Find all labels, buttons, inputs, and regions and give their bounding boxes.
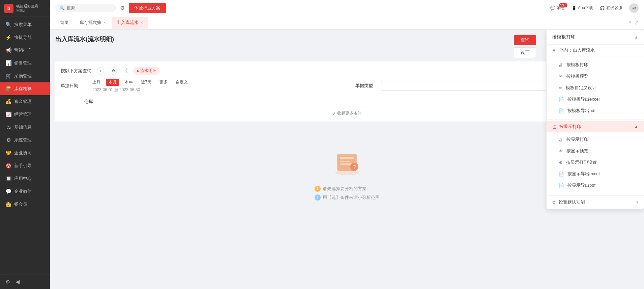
hint-text-1: 请先选择要分析的方案: [323, 184, 367, 193]
filter-collapse-icon[interactable]: 《: [122, 67, 128, 74]
sidebar-item-basic[interactable]: 🗂 基础信息: [0, 121, 50, 134]
user-avatar[interactable]: Rit: [629, 3, 639, 13]
topbar-search-box[interactable]: 🔍: [55, 4, 116, 12]
sidebar-item-label: 企业微信: [14, 188, 32, 194]
folder-icon: 🗂: [5, 125, 11, 130]
sidebar-item-wechat[interactable]: 💬 企业微信: [0, 185, 50, 198]
search-icon: 🔍: [59, 5, 65, 10]
template-section: 🖨 按模板打印 👁 按模板预览 ✏ 模板自定义设计 📄 按模板导出excel 📄: [547, 58, 644, 118]
sidebar-item-purchase[interactable]: 🛒 采购管理: [0, 70, 50, 82]
sidebar-item-label: 企业协同: [14, 150, 32, 156]
service-label: 在线客服: [606, 5, 622, 11]
display-export-pdf-label: 按显示导出pdf: [567, 182, 595, 188]
display-print-item[interactable]: 🖨 按显示打印: [547, 134, 644, 145]
cart-icon: 🛒: [5, 73, 11, 79]
sidebar-navigation: 🔍 搜索菜单 ⚡ 快捷导航 📢 营销推广 📊 销售管理 🛒 采购管理 📦 库存核…: [0, 17, 50, 274]
headset-icon: 🎧: [600, 6, 605, 10]
display-print-settings-item[interactable]: ⚙ 按显示打印设置: [547, 157, 644, 168]
sidebar-item-guide[interactable]: 🎯 新手引导: [0, 159, 50, 172]
tabs-bar: 首页 库存批次账 × 出入库流水 × × ⤢: [50, 16, 644, 30]
display-export-excel-item[interactable]: 📄 按显示导出excel: [547, 168, 644, 180]
pdf-display-icon: 📄: [559, 183, 564, 188]
tab-inventory-batch[interactable]: 库存批次账 ×: [75, 17, 111, 29]
trial-button[interactable]: 体验行业方案: [129, 3, 166, 13]
sidebar-item-marketing[interactable]: 📢 营销推广: [0, 44, 50, 57]
lightning-icon: ⚡: [5, 34, 11, 41]
date-btn-7days[interactable]: 近7天: [138, 79, 154, 86]
template-export-pdf-item[interactable]: 📄 按模板导出pdf: [547, 105, 644, 116]
topbar-gear-icon[interactable]: ⚙: [120, 5, 125, 11]
dropdown-footer[interactable]: ⚙ 设置默认功能 ▾: [547, 195, 644, 209]
tab-home[interactable]: 首页: [55, 17, 74, 29]
display-section-label: 按显示打印: [559, 124, 581, 130]
settings-button[interactable]: 设置: [514, 47, 536, 58]
sidebar-item-coop[interactable]: 🤝 企业协同: [0, 147, 50, 159]
tab-inventory-batch-label: 库存批次账: [80, 20, 101, 26]
dropdown-chevron-up[interactable]: ▲: [634, 35, 638, 40]
tab-inventory-batch-close[interactable]: ×: [104, 20, 106, 25]
date-range-display: 2023-06-01 至 2023-06-30: [92, 87, 342, 93]
edit-icon: ✏: [559, 85, 562, 90]
query-button[interactable]: 查询: [514, 35, 536, 45]
date-btn-custom[interactable]: 自定义: [173, 79, 191, 86]
sidebar-item-label: 库存核算: [14, 86, 32, 92]
template-select-icon: ▼: [552, 48, 556, 53]
sidebar-item-label: 新手引导: [14, 163, 32, 169]
search-input[interactable]: [67, 6, 107, 10]
sidebar-item-search[interactable]: 🔍 搜索菜单: [0, 18, 50, 31]
display-preview-label: 按显示预览: [566, 148, 588, 154]
settings-bottom-icon[interactable]: ⚙: [5, 279, 10, 285]
sidebar-item-inventory[interactable]: 📦 库存核算: [0, 82, 50, 95]
dropdown-footer-chevron[interactable]: ▾: [636, 200, 638, 205]
sidebar-item-quick-nav[interactable]: ⚡ 快捷导航: [0, 31, 50, 44]
current-template-item[interactable]: ▼ 当前：出入库流水: [547, 45, 644, 56]
sidebar-item-vip[interactable]: 👑 畅会员: [0, 198, 50, 211]
date-btn-this-year[interactable]: 本年: [122, 79, 136, 86]
template-custom-item[interactable]: ✏ 模板自定义设计: [547, 82, 644, 94]
display-preview-item[interactable]: 👁 按显示预览: [547, 145, 644, 157]
sidebar-item-apps[interactable]: 🔲 应用中心: [0, 172, 50, 185]
sidebar-item-label: 搜索菜单: [14, 22, 32, 28]
display-export-excel-label: 按显示导出excel: [567, 171, 599, 177]
template-custom-label: 模板自定义设计: [566, 85, 596, 91]
maximize-window-icon[interactable]: ⤢: [634, 20, 639, 26]
megaphone-icon: 📢: [5, 47, 11, 53]
close-window-icon[interactable]: ×: [628, 20, 632, 26]
app-download-button[interactable]: 📱 App下载: [572, 5, 593, 11]
box-icon: 📦: [5, 86, 11, 92]
collapse-button[interactable]: ∧ 收起更多条件: [333, 110, 361, 116]
gear-icon: ⚙: [5, 137, 11, 143]
dropdown-title: 按模板打印: [552, 34, 576, 40]
sidebar-item-label: 系统管理: [14, 137, 32, 143]
sidebar-item-label: 资金管理: [14, 99, 32, 105]
svg-text:?: ?: [353, 164, 356, 169]
sidebar-item-sales[interactable]: 📊 销售管理: [0, 57, 50, 70]
tabs-window-controls: × ⤢: [628, 20, 639, 26]
online-service-button[interactable]: 🎧 在线客服: [600, 5, 622, 11]
template-preview-item[interactable]: 👁 按模板预览: [547, 71, 644, 82]
template-export-excel-item[interactable]: 📄 按模板导出excel: [547, 94, 644, 105]
date-btn-more[interactable]: 更多: [157, 79, 170, 86]
date-btn-last-month[interactable]: 上月: [90, 79, 103, 86]
display-section-chevron[interactable]: ▲: [634, 124, 638, 129]
display-export-pdf-item[interactable]: 📄 按显示导出pdf: [547, 180, 644, 191]
type-filter-label: 单据类型: [355, 83, 376, 89]
sidebar-item-finance[interactable]: 💰 资金管理: [0, 95, 50, 108]
tab-stock-flow-close[interactable]: ×: [141, 20, 143, 25]
sidebar-item-operation[interactable]: 📈 经营管理: [0, 108, 50, 121]
sidebar-logo: b 畅捷通好生意 标准版: [0, 0, 50, 17]
date-btn-this-month[interactable]: 本月: [106, 79, 119, 86]
tab-stock-flow[interactable]: 出入库流水 ×: [112, 17, 148, 29]
template-print-item[interactable]: 🖨 按模板打印: [547, 59, 644, 71]
message-button[interactable]: 💬 消息 99+: [550, 5, 565, 11]
logo-icon: b: [4, 4, 13, 13]
filter-settings-button[interactable]: ⚙: [110, 67, 117, 75]
filter-tag[interactable]: ● 流水明细: [133, 67, 160, 75]
query-buttons: 查询 设置: [514, 35, 536, 58]
collapse-sidebar-icon[interactable]: ◀: [16, 279, 20, 285]
topbar-right-actions: 💬 消息 99+ 📱 App下载 🎧 在线客服 Rit: [550, 3, 639, 13]
date-filter-label: 单据日期: [61, 83, 84, 89]
display-section-header[interactable]: 🖨 按显示打印 ▲: [547, 121, 644, 132]
sidebar-item-system[interactable]: ⚙ 系统管理: [0, 134, 50, 147]
filter-add-button[interactable]: +: [97, 67, 104, 75]
